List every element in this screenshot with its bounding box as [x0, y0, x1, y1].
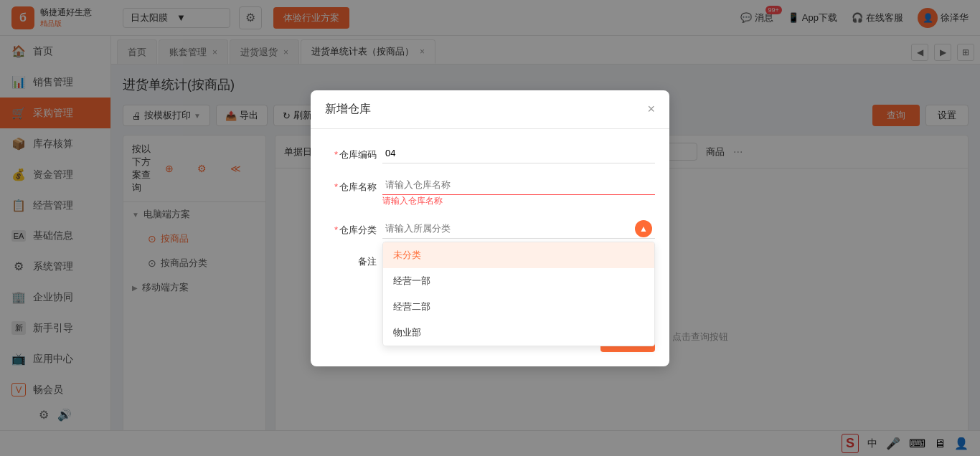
modal-overlay[interactable]: 新增仓库 × *仓库编码 *仓库名称 请输入仓库名称: [0, 0, 980, 456]
category-label: *仓库分类: [325, 219, 382, 237]
code-input[interactable]: [382, 143, 655, 163]
name-required-marker: *: [334, 181, 338, 192]
category-dropdown-toggle[interactable]: ▲: [635, 220, 652, 237]
category-required-marker: *: [334, 224, 338, 235]
name-label: *仓库名称: [325, 176, 382, 194]
code-required-marker: *: [334, 149, 338, 160]
form-row-code: *仓库编码: [325, 143, 655, 163]
dropdown-option-dept2[interactable]: 经营二部: [383, 294, 654, 320]
add-warehouse-modal: 新增仓库 × *仓库编码 *仓库名称 请输入仓库名称: [311, 90, 669, 366]
note-label: 备注: [325, 250, 382, 268]
form-row-category: *仓库分类 ▲ 未分类 经营一部 经营二部 物业部: [325, 219, 655, 239]
name-error-message: 请输入仓库名称: [382, 195, 443, 207]
modal-header: 新增仓库 ×: [311, 90, 669, 129]
modal-close-button[interactable]: ×: [647, 102, 655, 117]
modal-title: 新增仓库: [325, 102, 371, 117]
name-input[interactable]: [382, 175, 655, 195]
code-label: *仓库编码: [325, 143, 382, 161]
dropdown-option-dept1[interactable]: 经营一部: [383, 268, 654, 294]
modal-body: *仓库编码 *仓库名称 请输入仓库名称 *仓库分类: [311, 129, 669, 319]
category-input[interactable]: [382, 219, 655, 239]
dropdown-option-uncategorized[interactable]: 未分类: [383, 242, 654, 268]
dropdown-option-dept3[interactable]: 物业部: [383, 320, 654, 346]
form-row-name: *仓库名称 请输入仓库名称: [325, 175, 655, 207]
category-select-wrapper: ▲ 未分类 经营一部 经营二部 物业部: [382, 219, 655, 239]
category-dropdown-list: 未分类 经营一部 经营二部 物业部: [382, 242, 655, 346]
